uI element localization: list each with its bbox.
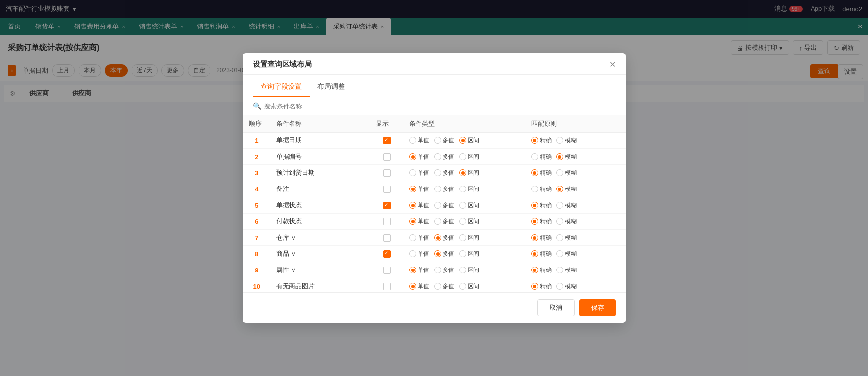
radio-label: 精确 xyxy=(540,169,552,177)
type-radio-item[interactable]: 多值 xyxy=(434,217,454,226)
cancel-button[interactable]: 取消 xyxy=(537,299,575,316)
type-radio-item[interactable]: 单值 xyxy=(409,282,429,291)
radio-label: 单值 xyxy=(418,217,429,226)
cell-type: 单值多值区间 xyxy=(403,278,526,293)
match-radio-item[interactable]: 精确 xyxy=(531,201,552,210)
cell-type: 单值多值区间 xyxy=(403,246,526,262)
radio-circle-icon xyxy=(409,250,416,257)
type-radio-item[interactable]: 区间 xyxy=(459,185,479,193)
search-input[interactable] xyxy=(264,103,362,110)
type-radio-item[interactable]: 多值 xyxy=(434,201,454,210)
type-radio-item[interactable]: 区间 xyxy=(459,282,479,291)
type-radio-group: 单值多值区间 xyxy=(409,201,520,210)
match-radio-item[interactable]: 精确 xyxy=(531,234,552,242)
type-radio-item[interactable]: 单值 xyxy=(409,201,429,210)
type-radio-item[interactable]: 区间 xyxy=(459,136,479,145)
match-radio-item[interactable]: 精确 xyxy=(531,136,552,145)
type-radio-item[interactable]: 多值 xyxy=(434,250,454,258)
type-radio-item[interactable]: 多值 xyxy=(434,169,454,177)
match-radio-item[interactable]: 模糊 xyxy=(556,169,577,177)
type-radio-item[interactable]: 多值 xyxy=(434,266,454,274)
type-radio-item[interactable]: 区间 xyxy=(459,169,479,177)
match-radio-item[interactable]: 模糊 xyxy=(556,266,577,274)
radio-label: 区间 xyxy=(468,282,479,291)
type-radio-item[interactable]: 区间 xyxy=(459,153,479,161)
match-radio-item[interactable]: 精确 xyxy=(531,250,552,258)
match-radio-item[interactable]: 模糊 xyxy=(556,136,577,145)
radio-label: 精确 xyxy=(540,282,552,291)
type-radio-item[interactable]: 多值 xyxy=(434,153,454,161)
radio-circle-icon xyxy=(459,186,466,192)
type-radio-item[interactable]: 区间 xyxy=(459,217,479,226)
match-radio-item[interactable]: 精确 xyxy=(531,169,552,177)
type-radio-item[interactable]: 多值 xyxy=(434,234,454,242)
match-radio-item[interactable]: 模糊 xyxy=(556,201,577,210)
type-radio-item[interactable]: 单值 xyxy=(409,250,429,258)
radio-label: 单值 xyxy=(418,153,429,161)
show-checkbox[interactable] xyxy=(383,267,391,274)
radio-label: 多值 xyxy=(443,250,454,258)
show-checkbox[interactable] xyxy=(383,202,391,209)
type-radio-item[interactable]: 多值 xyxy=(434,282,454,291)
match-radio-item[interactable]: 精确 xyxy=(531,185,552,193)
type-radio-group: 单值多值区间 xyxy=(409,217,520,226)
cell-type: 单值多值区间 xyxy=(403,133,526,149)
match-radio-item[interactable]: 模糊 xyxy=(556,185,577,193)
dialog-close-button[interactable]: ✕ xyxy=(609,60,616,69)
cell-show xyxy=(370,214,403,230)
radio-circle-icon xyxy=(409,283,416,290)
type-radio-item[interactable]: 区间 xyxy=(459,234,479,242)
show-checkbox[interactable] xyxy=(383,218,391,225)
save-button[interactable]: 保存 xyxy=(579,299,616,316)
show-checkbox[interactable] xyxy=(383,186,391,193)
match-radio-item[interactable]: 模糊 xyxy=(556,153,577,161)
match-radio-item[interactable]: 精确 xyxy=(531,266,552,274)
match-radio-item[interactable]: 模糊 xyxy=(556,234,577,242)
radio-label: 模糊 xyxy=(565,217,577,226)
radio-circle-icon xyxy=(531,250,538,257)
order-number: 10 xyxy=(253,283,260,290)
type-radio-item[interactable]: 单值 xyxy=(409,169,429,177)
match-radio-item[interactable]: 模糊 xyxy=(556,282,577,291)
dialog-tab-layout[interactable]: 布局调整 xyxy=(310,80,353,97)
dialog-overlay: 设置查询区域布局 ✕ 查询字段设置 布局调整 🔍 顺序 条件名称 显示 条件类型 xyxy=(0,0,868,376)
cell-type: 单值多值区间 xyxy=(403,214,526,230)
type-radio-item[interactable]: 单值 xyxy=(409,136,429,145)
show-checkbox[interactable] xyxy=(383,234,391,242)
table-row: 7仓库 ∨单值多值区间精确模糊 xyxy=(243,230,626,246)
cell-show xyxy=(370,181,403,197)
type-radio-item[interactable]: 多值 xyxy=(434,185,454,193)
match-radio-item[interactable]: 模糊 xyxy=(556,250,577,258)
radio-circle-icon xyxy=(556,153,563,160)
radio-circle-icon xyxy=(434,169,441,176)
search-icon: 🔍 xyxy=(253,102,261,110)
order-number: 7 xyxy=(255,234,258,242)
type-radio-item[interactable]: 区间 xyxy=(459,266,479,274)
radio-label: 精确 xyxy=(540,234,552,242)
radio-circle-icon xyxy=(556,250,563,257)
type-radio-item[interactable]: 单值 xyxy=(409,185,429,193)
match-radio-item[interactable]: 模糊 xyxy=(556,217,577,226)
cell-name: 单据状态 xyxy=(270,197,370,214)
match-radio-group: 精确模糊 xyxy=(531,266,620,274)
type-radio-item[interactable]: 多值 xyxy=(434,136,454,145)
type-radio-item[interactable]: 单值 xyxy=(409,234,429,242)
show-checkbox[interactable] xyxy=(383,283,391,290)
type-radio-item[interactable]: 区间 xyxy=(459,250,479,258)
type-radio-item[interactable]: 单值 xyxy=(409,266,429,274)
show-checkbox[interactable] xyxy=(383,137,391,144)
radio-label: 多值 xyxy=(443,169,454,177)
show-checkbox[interactable] xyxy=(383,153,391,161)
show-checkbox[interactable] xyxy=(383,169,391,177)
type-radio-item[interactable]: 区间 xyxy=(459,201,479,210)
radio-circle-icon xyxy=(409,218,416,225)
show-checkbox[interactable] xyxy=(383,250,391,258)
type-radio-item[interactable]: 单值 xyxy=(409,153,429,161)
match-radio-item[interactable]: 精确 xyxy=(531,153,552,161)
dialog-tab-query-fields[interactable]: 查询字段设置 xyxy=(253,80,310,97)
match-radio-item[interactable]: 精确 xyxy=(531,217,552,226)
type-radio-item[interactable]: 单值 xyxy=(409,217,429,226)
cell-name: 仓库 ∨ xyxy=(270,230,370,246)
match-radio-item[interactable]: 精确 xyxy=(531,282,552,291)
cell-order: 2 xyxy=(243,149,271,165)
